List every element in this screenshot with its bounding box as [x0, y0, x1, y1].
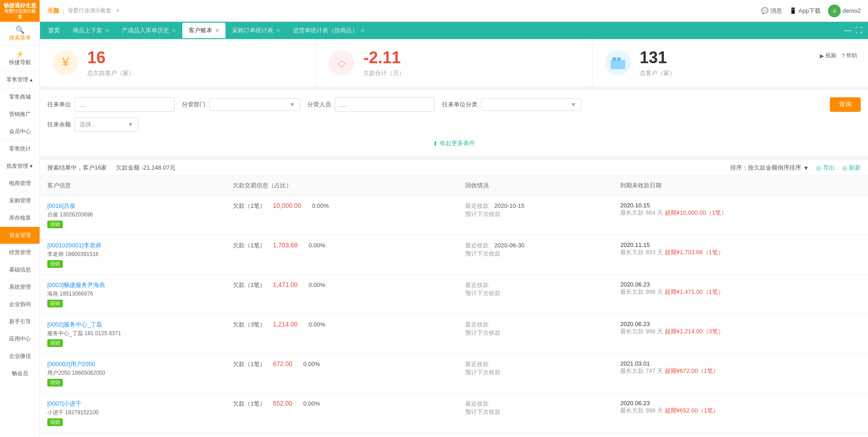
- recovery-cell: 最近收款 预计下次收款: [458, 393, 613, 433]
- topbar-right: 💬 消息 📱 App下载 d demo2: [761, 5, 861, 17]
- export-icon: ◎: [816, 165, 821, 171]
- sidebar-item-label: 库存核算: [9, 214, 31, 222]
- sidebar-item-label: 资金管理: [9, 231, 31, 239]
- due-date-cell: 2020.10.15 最长欠款 884 天 超期¥10,000.00（1笔）: [613, 196, 868, 235]
- debt-amount[interactable]: 10,000.00: [273, 202, 301, 209]
- sidebar-item-retail-mall[interactable]: 零售商城: [0, 89, 40, 106]
- sidebar-item-member-center[interactable]: 会员中心: [0, 123, 40, 141]
- supplier-input[interactable]: ...: [75, 97, 175, 112]
- sidebar-item-wechat[interactable]: 企业微信: [0, 348, 40, 365]
- message-label: 消息: [770, 7, 782, 15]
- overdue-amount-link[interactable]: 超期¥652.00（1笔）: [665, 407, 719, 414]
- sidebar-item-finance[interactable]: 资金管理: [0, 227, 40, 244]
- table-row: [0003]畅捷服务尹海燕 海燕 18513066976 现销 欠款（1笔） 1…: [40, 275, 868, 314]
- tab-inbound-stats[interactable]: 进货单统计表（按商品） ✕: [286, 23, 371, 38]
- overdue-amount-link[interactable]: 超期¥1,471.00（1笔）: [665, 288, 724, 295]
- customer-name[interactable]: [0001020001]李老师: [47, 241, 218, 250]
- debt-amount[interactable]: 672.00: [273, 360, 292, 367]
- next-payment-label: 预计下次收款: [465, 211, 501, 217]
- filter-row-2: 往来余额 选择... ▼: [47, 117, 861, 132]
- dept-select[interactable]: ▼: [209, 98, 300, 111]
- sidebar-item-newbie[interactable]: 新手引导: [0, 313, 40, 331]
- export-button[interactable]: ◎ 导出: [816, 164, 835, 172]
- sidebar-item-retail-mgmt[interactable]: 零售管理 ▲: [0, 71, 40, 89]
- app-download-button[interactable]: 📱 App下载: [789, 7, 821, 15]
- tab-home[interactable]: 首页: [42, 23, 66, 38]
- balance-select[interactable]: 选择... ▼: [75, 117, 138, 132]
- overdue-days: 最长欠款 998 天: [620, 407, 663, 414]
- recovery-cell: 最近收款 2020-06-30 预计下次收款: [458, 235, 613, 275]
- close-icon[interactable]: ✕: [215, 28, 219, 34]
- close-icon[interactable]: ✕: [361, 28, 365, 34]
- close-icon[interactable]: ✕: [172, 28, 176, 34]
- chevron-down-icon: ▼: [803, 165, 809, 171]
- overdue-amount-link[interactable]: 超期¥672.00（1笔）: [665, 367, 719, 374]
- sidebar-item-app-center[interactable]: 应用中心: [0, 331, 40, 348]
- customer-name[interactable]: [0003]畅捷服务尹海燕: [47, 281, 218, 289]
- sidebar-item-batch-mgmt[interactable]: 批发管理 ▼: [0, 158, 40, 175]
- debt-amount[interactable]: 1,214.00: [273, 321, 298, 328]
- play-icon: ▶: [820, 53, 824, 59]
- sidebar-item-system-mgmt[interactable]: 系统管理: [0, 279, 40, 296]
- minimize-icon[interactable]: —: [844, 26, 852, 35]
- sidebar-item-inventory[interactable]: 库存核算: [0, 210, 40, 227]
- tab-customer-account[interactable]: 客户账本 ✕: [182, 23, 226, 38]
- debt-info-cell: 欠款（1笔） 10,000.00 0.00%: [226, 196, 458, 235]
- debt-ratio: 0.00%: [303, 361, 320, 367]
- due-date-cell: 2020.06.23 最长欠款 998 天 超期¥1,214.00（3笔）: [613, 314, 868, 354]
- message-button[interactable]: 💬 消息: [761, 7, 782, 15]
- tab-product-offline[interactable]: 商品上下架 ✕: [66, 23, 115, 38]
- person-input[interactable]: ...: [335, 97, 435, 112]
- sidebar-item-quick-nav[interactable]: ⚡ 快捷导航: [0, 46, 40, 71]
- sidebar-item-purchase-mgmt[interactable]: 采购管理: [0, 192, 40, 210]
- sidebar-item-label: 经营管理: [9, 249, 31, 256]
- results-amount-text: 欠款金额 -21,148.07元: [116, 164, 176, 171]
- sidebar-item-vip[interactable]: 畅会员: [0, 365, 40, 382]
- due-date-cell: 2021.02.26 最长欠款 750 天 超期¥455.90（1笔）: [613, 433, 868, 437]
- customer-name[interactable]: [0016]吕俊: [47, 202, 218, 210]
- maximize-icon[interactable]: ⛶: [855, 26, 863, 35]
- overdue-amount-link[interactable]: 超期¥1,214.00（3笔）: [665, 328, 724, 335]
- debt-amount[interactable]: 1,703.68: [273, 241, 298, 249]
- customer-contact: 吕俊 13026203696: [47, 211, 218, 219]
- sidebar-item-basic-info[interactable]: 基础信息: [0, 261, 40, 279]
- search-button[interactable]: 查询: [830, 97, 861, 112]
- sidebar-item-ecommerce[interactable]: 电商管理: [0, 175, 40, 192]
- debt-info-cell: 欠款（1笔） 652.00 0.00%: [226, 393, 458, 433]
- overdue-amount-link[interactable]: 超期¥10,000.00（1笔）: [665, 209, 727, 216]
- debt-amount[interactable]: 1,471.00: [273, 281, 298, 288]
- sidebar-item-business-mgmt[interactable]: 经营管理: [0, 244, 40, 261]
- debt-info-cell: 欠款（3笔） 1,214.00 0.00%: [226, 314, 458, 354]
- category-select[interactable]: ▼: [481, 98, 581, 111]
- refresh-button[interactable]: ◎ 刷新: [842, 164, 861, 172]
- person-label: 分管人员: [307, 100, 331, 109]
- tab-production-history[interactable]: 产成品入库单历史 ✕: [115, 23, 182, 38]
- tab-purchase-order[interactable]: 采购订单统计表 ✕: [226, 23, 286, 38]
- sort-button[interactable]: 排序：按欠款金额倒序排序 ▼: [730, 164, 809, 172]
- customer-name[interactable]: [0007]小进千: [47, 400, 218, 408]
- customer-name[interactable]: [000002]用户2050: [47, 360, 218, 368]
- total-customers-label: 总客户（家）: [640, 69, 675, 77]
- due-date: 2020.10.15: [620, 202, 861, 209]
- video-action[interactable]: ▶ 视频: [820, 52, 836, 60]
- close-icon[interactable]: ✕: [276, 28, 280, 34]
- customer-info-cell: [0007]小进千 小进千 18279152100 现销: [40, 393, 226, 433]
- collapse-filters-button[interactable]: ⬆ 收起更多条件: [47, 137, 861, 149]
- sidebar-item-marketing[interactable]: 营销推广: [0, 106, 40, 123]
- last-payment-date: 2020-10-15: [494, 202, 525, 209]
- overdue-amount-link[interactable]: 超期¥1,703.68（1笔）: [665, 249, 724, 256]
- user-menu[interactable]: d demo2: [828, 5, 861, 17]
- sidebar-item-retail-stats[interactable]: 零售统计: [0, 141, 40, 158]
- tab-label: 客户账本: [189, 26, 212, 35]
- due-date: 2020.06.23: [620, 400, 861, 407]
- last-payment-label: 最近收款: [465, 281, 489, 288]
- username-label: demo2: [843, 7, 861, 14]
- tab-home-label: 首页: [48, 26, 60, 35]
- debt-amount[interactable]: 652.00: [273, 400, 292, 407]
- table-row: [000002]用户2050 用户2050 18665062050 现销 欠款（…: [40, 354, 868, 393]
- help-action[interactable]: ? 帮助: [842, 52, 857, 60]
- sidebar-item-enterprise[interactable]: 企业协同: [0, 296, 40, 313]
- sidebar-item-search-menu[interactable]: 🔍 搜索菜单: [0, 22, 40, 46]
- customer-name[interactable]: [0002]服务中心_丁磊: [47, 321, 218, 329]
- close-icon[interactable]: ✕: [105, 28, 109, 34]
